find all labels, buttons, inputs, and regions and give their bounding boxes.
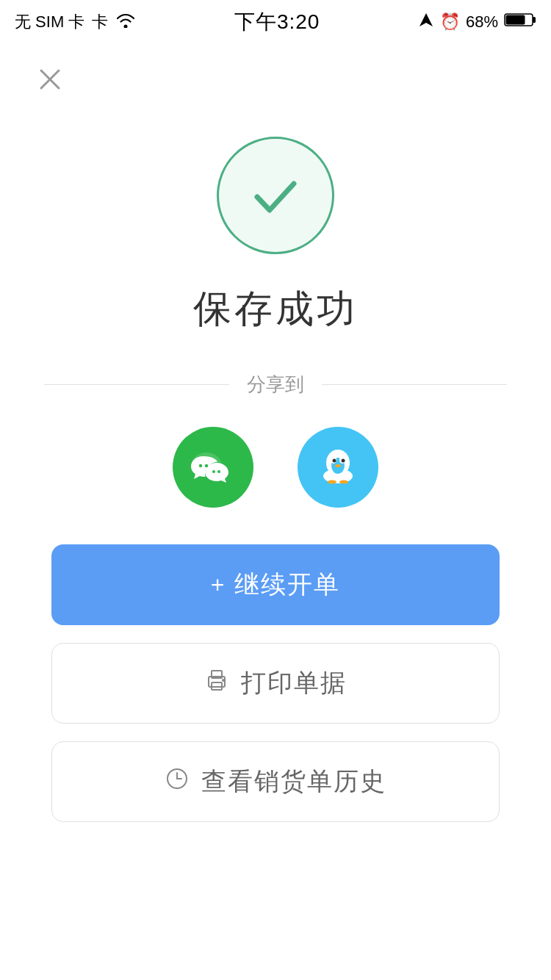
success-circle <box>217 137 334 254</box>
status-bar: 无 SIM 卡 卡 下午3:20 ⏰ 68% <box>0 0 551 44</box>
continue-label: 继续开单 <box>234 568 340 602</box>
qq-share-button[interactable] <box>298 427 378 508</box>
wifi-icon <box>115 12 136 32</box>
svg-point-25 <box>222 679 225 682</box>
history-button[interactable]: 查看销货单历史 <box>51 741 500 822</box>
svg-point-18 <box>342 459 345 463</box>
svg-point-21 <box>339 480 348 484</box>
share-section: 分享到 <box>29 372 522 508</box>
close-button[interactable] <box>29 59 71 100</box>
success-title: 保存成功 <box>193 284 358 335</box>
print-button[interactable]: 打印单据 <box>51 643 500 724</box>
alarm-icon: ⏰ <box>440 12 460 32</box>
status-right: ⏰ 68% <box>418 12 536 32</box>
status-time: 下午3:20 <box>234 8 320 36</box>
battery-text: 68% <box>466 12 498 32</box>
share-divider: 分享到 <box>44 372 507 397</box>
location-icon <box>418 12 434 32</box>
no-sim-text: 无 SIM 卡 <box>15 11 84 33</box>
svg-point-20 <box>328 480 336 484</box>
svg-point-8 <box>199 464 202 467</box>
svg-point-11 <box>217 470 220 473</box>
svg-point-9 <box>205 464 208 467</box>
sim-icon: 卡 <box>92 11 108 33</box>
print-label: 打印单据 <box>241 666 347 700</box>
share-label: 分享到 <box>229 372 322 397</box>
main-content: 保存成功 分享到 <box>0 44 551 837</box>
svg-point-19 <box>335 464 341 467</box>
status-left: 无 SIM 卡 卡 <box>15 11 136 33</box>
svg-point-17 <box>333 459 336 463</box>
wechat-share-button[interactable] <box>173 427 253 508</box>
action-buttons: + 继续开单 打印单据 查看销货单历史 <box>29 544 522 822</box>
continue-button[interactable]: + 继续开单 <box>51 544 500 625</box>
svg-marker-0 <box>419 13 433 26</box>
svg-rect-2 <box>533 17 536 23</box>
history-icon <box>165 766 190 797</box>
plus-icon: + <box>211 572 225 599</box>
success-section: 保存成功 <box>29 137 522 335</box>
history-label: 查看销货单历史 <box>201 765 386 799</box>
battery-icon <box>504 12 536 32</box>
print-icon <box>204 668 229 699</box>
svg-point-10 <box>212 470 215 473</box>
svg-rect-3 <box>505 15 525 25</box>
share-icons <box>173 427 378 508</box>
